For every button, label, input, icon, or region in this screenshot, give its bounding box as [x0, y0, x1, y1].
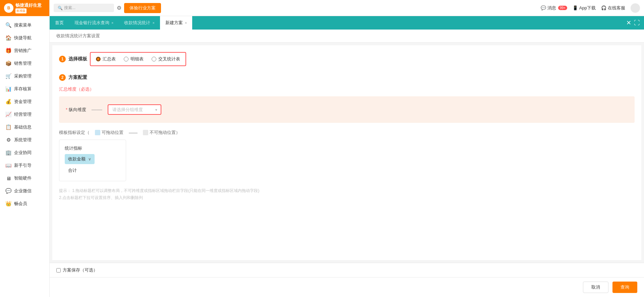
radio-detail-input[interactable]: [124, 57, 128, 61]
nav-icon-base-info: 📋: [5, 124, 11, 130]
radio-summary-input[interactable]: [96, 57, 101, 61]
section1-number: 1: [59, 56, 66, 62]
nav-icon-quick-nav: 🏠: [5, 35, 11, 41]
download-icon: 📱: [573, 5, 578, 10]
radio-cross-label: 交叉统计表: [158, 56, 180, 62]
nav-icon-sales: 📦: [5, 60, 11, 66]
sidebar-item-enterprise[interactable]: 🏢企业协同: [0, 146, 49, 159]
metrics-dropdown-icon[interactable]: ∨: [88, 157, 91, 161]
settings-icon[interactable]: ⚙: [117, 5, 121, 11]
section1-title: 选择模板: [68, 56, 87, 62]
support-icon: 🎧: [601, 5, 606, 10]
section1-header: 1 选择模板 汇总表 明细表 交叉统计表: [59, 52, 635, 66]
save-section: 方案保存（可选）: [50, 263, 644, 277]
nav-label-system: 系统管理: [14, 137, 32, 143]
hint-line-1: 提示： 1.拖动标题栏可以调整布局，不可跨维度或指标区域拖动栏目字段(只能在同一…: [59, 188, 635, 194]
sidebar-item-member[interactable]: 👑畅会员: [0, 197, 49, 210]
metrics-header: 模板指标设定（ 可拖动位置 —— 不可拖动位置）: [59, 130, 635, 136]
radio-cross-input[interactable]: [152, 57, 156, 61]
nav-icon-member: 👑: [5, 201, 11, 207]
sidebar-item-purchase[interactable]: 🛒采购管理: [0, 70, 49, 83]
support-action[interactable]: 🎧 在线客服: [601, 5, 625, 11]
tab-payment-stat[interactable]: 收款情况统计 ×: [119, 16, 160, 30]
sidebar-item-guide[interactable]: 📖新手引导: [0, 159, 49, 172]
hint-draggable: 可拖动位置: [95, 130, 123, 136]
logo-text: 畅捷通好生意: [15, 3, 42, 8]
hint-fixed: 不可拖动位置）: [143, 130, 180, 136]
tabbar-actions: ✕ ⛶: [626, 19, 644, 27]
main-area: 🔍 搜索... ⚙ 体验行业方案 💬 消息 99+ 📱 App下载 🎧 在线客服: [50, 0, 644, 297]
nav-icon-hardware: 🖥: [5, 176, 11, 181]
footer-actions: 取消 查询: [50, 277, 644, 297]
sidebar-item-operation[interactable]: 📈经营管理: [0, 108, 49, 121]
sidebar-item-inventory[interactable]: 📊库存核算: [0, 83, 49, 95]
form-area: 1 选择模板 汇总表 明细表 交叉统计表: [52, 45, 641, 260]
home-tab-label: 首页: [55, 20, 64, 26]
download-label: App下载: [579, 5, 596, 11]
section2-title: 方案配置: [68, 75, 87, 81]
sidebar-item-finance[interactable]: 💰资金管理: [0, 95, 49, 108]
save-checkbox-label[interactable]: 方案保存（可选）: [56, 267, 98, 273]
required-mark: *: [66, 107, 67, 112]
fixed-color-box: [143, 130, 148, 135]
tabbar: 首页 现金银行流水查询 × 收款情况统计 × 新建方案 × ✕ ⛶: [50, 16, 644, 30]
payment-stat-tab-label: 收款情况统计: [124, 20, 150, 26]
bank-flow-tab-label: 现金银行流水查询: [74, 20, 109, 26]
vertical-dim-text: 纵向维度: [69, 107, 86, 112]
tab-new-plan[interactable]: 新建方案 ×: [160, 16, 192, 30]
tab-expand-icon[interactable]: ⛶: [634, 19, 640, 27]
dimension-select-wrap: 请选择分组维度: [108, 104, 161, 115]
topbar-search[interactable]: 🔍 搜索...: [54, 4, 114, 12]
tab-close-all-icon[interactable]: ✕: [626, 19, 631, 27]
template-options: 汇总表 明细表 交叉统计表: [90, 52, 186, 66]
nav-label-base-info: 基础信息: [14, 124, 32, 130]
save-checkbox[interactable]: [56, 268, 61, 273]
radio-summary[interactable]: 汇总表: [96, 56, 116, 62]
nav-icon-system: ⚙: [5, 137, 11, 143]
sidebar-item-base-info[interactable]: 📋基础信息: [0, 121, 49, 134]
tab-bank-flow[interactable]: 现金银行流水查询 ×: [69, 16, 119, 30]
radio-detail[interactable]: 明细表: [124, 56, 144, 62]
nav-icon-enterprise: 🏢: [5, 150, 11, 156]
nav-icon-inventory: 📊: [5, 86, 11, 92]
topbar-right: 💬 消息 99+ 📱 App下载 🎧 在线客服: [541, 3, 640, 13]
bank-flow-tab-close[interactable]: ×: [111, 21, 113, 25]
radio-summary-label: 汇总表: [103, 56, 116, 62]
nav-label-sales: 销售管理: [14, 60, 32, 66]
section2-number: 2: [59, 74, 66, 81]
dimension-title: 汇总维度（必选）: [59, 86, 635, 92]
sidebar-item-quick-nav[interactable]: 🏠快捷导航: [0, 32, 49, 44]
notification-badge: 99+: [558, 6, 567, 10]
metrics-tag-text: 收款金额: [68, 156, 86, 162]
radio-cross[interactable]: 交叉统计表: [152, 56, 180, 62]
notification-label: 消息: [547, 5, 556, 11]
nav-icon-guide: 📖: [5, 162, 11, 168]
dimension-select[interactable]: 请选择分组维度: [108, 104, 161, 115]
page-title: 收款情况统计方案设置: [50, 30, 644, 43]
cancel-button[interactable]: 取消: [583, 282, 608, 293]
sidebar-item-search[interactable]: 🔍搜索菜单: [0, 19, 49, 32]
query-button[interactable]: 查询: [612, 282, 637, 293]
nav-icon-wechat: 💬: [5, 188, 11, 194]
nav-label-operation: 经营管理: [14, 111, 32, 117]
notification-action[interactable]: 💬 消息 99+: [541, 5, 567, 11]
new-plan-tab-label: 新建方案: [165, 20, 183, 26]
sidebar-item-system[interactable]: ⚙系统管理: [0, 134, 49, 146]
payment-stat-tab-close[interactable]: ×: [152, 21, 154, 25]
sidebar-item-wechat[interactable]: 💬企业微信: [0, 185, 49, 197]
industry-btn[interactable]: 体验行业方案: [124, 3, 161, 13]
sidebar-item-marketing[interactable]: 🎁营销推广: [0, 44, 49, 57]
new-plan-tab-close[interactable]: ×: [185, 21, 187, 25]
user-avatar[interactable]: [631, 3, 640, 13]
nav-icon-purchase: 🛒: [5, 73, 11, 79]
download-action[interactable]: 📱 App下载: [573, 5, 596, 11]
nav-label-quick-nav: 快捷导航: [14, 35, 32, 41]
sidebar-item-hardware[interactable]: 🖥智能硬件: [0, 172, 49, 185]
tab-home[interactable]: 首页: [50, 16, 69, 30]
metrics-category-label: 统计指标: [65, 145, 120, 151]
nav-label-hardware: 智能硬件: [14, 175, 32, 181]
sidebar-item-sales[interactable]: 📦销售管理: [0, 57, 49, 70]
sidebar: B 畅捷通好生意 标准版 🔍搜索菜单🏠快捷导航🎁营销推广📦销售管理🛒采购管理📊库…: [0, 0, 50, 297]
support-label: 在线客服: [608, 5, 625, 11]
metrics-tag[interactable]: 收款金额 ∨: [65, 154, 95, 164]
